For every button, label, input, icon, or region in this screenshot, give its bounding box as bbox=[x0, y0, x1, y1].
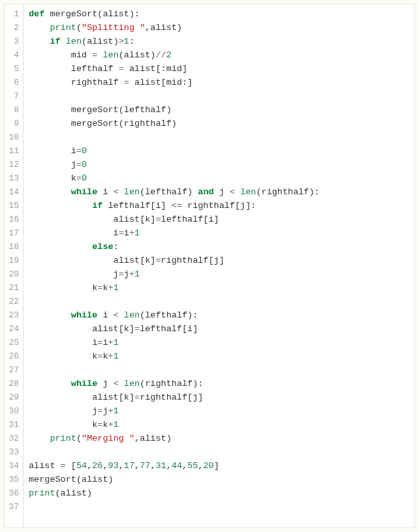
token-plain bbox=[29, 187, 71, 197]
line-number: 31 bbox=[7, 418, 19, 432]
token-plain: alist bbox=[29, 461, 61, 471]
line-number: 5 bbox=[7, 62, 19, 76]
token-plain: i bbox=[29, 228, 119, 238]
token-num: 1 bbox=[114, 420, 119, 430]
code-line: i=i+1 bbox=[29, 226, 409, 240]
token-op: = bbox=[155, 214, 161, 224]
code-line: lefthalf = alist[:mid] bbox=[29, 62, 409, 76]
token-plain: , bbox=[182, 461, 187, 471]
code-line: j=j+1 bbox=[29, 267, 409, 281]
code-area: def mergeSort(alist): print("Splitting "… bbox=[23, 5, 414, 527]
token-plain: righthalf[j] bbox=[161, 256, 225, 265]
token-op: + bbox=[108, 420, 114, 430]
line-number: 17 bbox=[7, 226, 19, 240]
token-op: + bbox=[129, 269, 134, 279]
token-plain: i bbox=[124, 228, 129, 238]
token-plain: : bbox=[114, 242, 119, 252]
token-plain: mid bbox=[29, 50, 92, 60]
line-number: 13 bbox=[7, 171, 19, 185]
code-editor: 1234567891011121314151617181920212223242… bbox=[4, 4, 415, 528]
token-op: + bbox=[108, 338, 114, 347]
token-plain: mergeSort(alist) bbox=[29, 475, 114, 484]
token-plain: mergeSort(righthalf) bbox=[29, 119, 177, 128]
token-num: 1 bbox=[114, 283, 119, 293]
token-kw: def bbox=[29, 9, 44, 19]
token-plain: ( bbox=[76, 23, 82, 33]
token-plain: alist[mid:] bbox=[129, 78, 193, 87]
token-plain: , bbox=[119, 461, 124, 471]
line-number: 23 bbox=[7, 308, 19, 322]
code-line: print("Merging ",alist) bbox=[29, 432, 409, 445]
line-number: 8 bbox=[7, 103, 19, 117]
code-line: mergeSort(righthalf) bbox=[29, 117, 409, 130]
token-plain bbox=[29, 37, 50, 46]
token-plain bbox=[119, 187, 124, 197]
code-line: while i < len(lefthalf): bbox=[29, 308, 409, 322]
token-kw: if bbox=[50, 37, 60, 46]
line-number: 16 bbox=[7, 213, 19, 226]
token-builtin: len bbox=[124, 187, 140, 197]
token-num: 26 bbox=[92, 461, 102, 471]
token-plain bbox=[29, 23, 50, 33]
line-number: 32 bbox=[7, 432, 19, 445]
code-line: k=k+1 bbox=[29, 349, 409, 363]
token-str: "Merging " bbox=[82, 434, 134, 443]
token-num: 1 bbox=[134, 228, 140, 238]
line-number: 36 bbox=[7, 486, 19, 500]
token-plain: lefthalf[i] bbox=[161, 214, 219, 224]
code-line: alist = [54,26,93,17,77,31,44,55,20] bbox=[29, 459, 409, 473]
token-plain: righthalf[j] bbox=[140, 392, 203, 402]
token-plain: j bbox=[102, 406, 108, 416]
code-line: mergeSort(alist) bbox=[29, 473, 409, 486]
token-plain bbox=[29, 201, 92, 211]
token-num: 93 bbox=[108, 461, 119, 471]
code-line bbox=[29, 130, 409, 144]
token-num: 54 bbox=[76, 461, 87, 471]
token-plain: j bbox=[29, 406, 97, 416]
line-number: 29 bbox=[7, 391, 19, 404]
token-op: < bbox=[230, 187, 235, 197]
token-op: = bbox=[61, 461, 66, 471]
line-number: 30 bbox=[7, 404, 19, 418]
token-plain: alist[:mid] bbox=[124, 64, 187, 74]
token-plain: k bbox=[102, 351, 108, 361]
code-line: alist[k]=righthalf[j] bbox=[29, 391, 409, 404]
line-number: 1 bbox=[7, 7, 19, 21]
token-plain: (alist) bbox=[55, 488, 93, 498]
line-number-gutter: 1234567891011121314151617181920212223242… bbox=[5, 5, 23, 527]
code-line: if lefthalf[i] <= righthalf[j]: bbox=[29, 199, 409, 213]
token-kw: else bbox=[92, 242, 113, 252]
code-line bbox=[29, 363, 409, 377]
token-plain: i bbox=[97, 187, 113, 197]
line-number: 34 bbox=[7, 459, 19, 473]
line-number: 33 bbox=[7, 445, 19, 459]
token-plain: j bbox=[29, 160, 76, 170]
token-plain: ( bbox=[76, 434, 82, 443]
token-builtin: len bbox=[124, 379, 140, 389]
token-op: = bbox=[76, 160, 82, 170]
token-plain: [ bbox=[66, 461, 76, 471]
token-plain: k bbox=[29, 351, 97, 361]
line-number: 25 bbox=[7, 336, 19, 349]
token-num: 0 bbox=[82, 146, 87, 156]
code-line: mid = len(alist)//2 bbox=[29, 48, 409, 62]
code-line: alist[k]=lefthalf[i] bbox=[29, 213, 409, 226]
code-line bbox=[29, 295, 409, 308]
token-plain bbox=[29, 242, 92, 252]
code-line: print(alist) bbox=[29, 486, 409, 500]
token-plain: i bbox=[97, 310, 113, 320]
token-plain: k bbox=[29, 420, 97, 430]
line-number: 3 bbox=[7, 35, 19, 48]
token-num: 1 bbox=[124, 37, 129, 46]
token-plain bbox=[29, 310, 71, 320]
token-plain: j bbox=[214, 187, 230, 197]
token-op: = bbox=[119, 228, 124, 238]
token-plain: (lefthalf): bbox=[140, 310, 198, 320]
line-number: 37 bbox=[7, 500, 19, 514]
code-line bbox=[29, 500, 409, 514]
token-plain: k bbox=[102, 283, 108, 293]
token-plain bbox=[29, 379, 71, 389]
token-builtin: len bbox=[124, 310, 140, 320]
code-line: k=0 bbox=[29, 171, 409, 185]
token-builtin: len bbox=[102, 50, 118, 60]
